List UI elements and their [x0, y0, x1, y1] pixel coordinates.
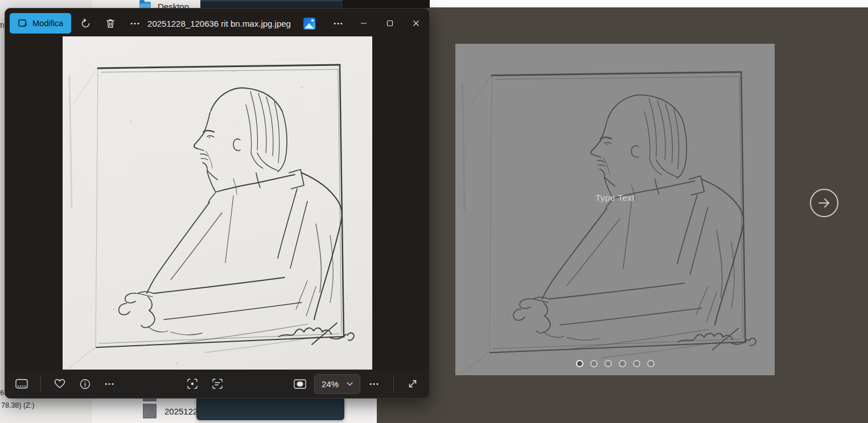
ellipsis-icon: ••• [369, 380, 380, 387]
bottom-toolbar: ••• [5, 370, 429, 398]
ellipsis-icon: ••• [105, 380, 115, 387]
filmstrip-icon [15, 379, 28, 389]
fullscreen-button[interactable] [402, 374, 423, 394]
text-actions-button[interactable] [207, 374, 228, 394]
zoom-more-button[interactable]: ••• [364, 374, 385, 394]
filmstrip-button[interactable] [11, 374, 32, 394]
photo-viewer-canvas[interactable] [5, 36, 429, 370]
titlebar: Modifica [5, 9, 429, 38]
trash-icon [105, 18, 116, 29]
visual-search-icon [187, 378, 198, 389]
set-background-button[interactable] [289, 374, 311, 394]
clipped-text-fragment: m [0, 20, 5, 30]
arrow-right-icon [817, 196, 832, 210]
edit-button[interactable]: Modifica [10, 13, 71, 34]
carousel-dot-6[interactable] [647, 360, 655, 367]
file-thumbnail-icon [143, 404, 157, 418]
edit-image-icon [18, 18, 28, 28]
maximize-button[interactable] [377, 9, 403, 38]
text-extract-icon [212, 378, 223, 389]
carousel-dot-4[interactable] [619, 360, 626, 367]
close-icon [413, 20, 419, 27]
window-title-filename: 20251228_120636 rit bn.max.jpg.jpeg [147, 19, 291, 28]
image-fill-icon [294, 379, 306, 389]
info-button[interactable] [74, 374, 96, 394]
carousel-dot-2[interactable] [590, 360, 598, 367]
type-text-placeholder[interactable]: Type Text [455, 193, 775, 203]
screen: Desktop m 6: 78.38) (Z:) 2025122 Type Te… [0, 0, 868, 423]
see-more-button[interactable]: ••• [328, 13, 349, 34]
favorite-button[interactable] [49, 374, 71, 394]
edit-button-label: Modifica [32, 19, 63, 28]
file-name: 2025122 [164, 407, 198, 416]
photo-scanned-sketch [63, 36, 372, 370]
zoom-level-value: 24% [322, 379, 339, 389]
ellipsis-icon: ••• [130, 20, 141, 27]
next-arrow-button[interactable] [810, 189, 838, 217]
heart-icon [54, 379, 65, 389]
more-options-button[interactable]: ••• [125, 13, 146, 34]
maximize-icon [386, 20, 393, 27]
ellipsis-icon: ••• [334, 20, 344, 27]
info-icon [80, 379, 90, 389]
photos-app-icon [303, 18, 315, 30]
carousel-dots [455, 360, 775, 367]
rotate-button[interactable] [75, 13, 96, 34]
drive-label-fragment: 78.38) (Z:) [1, 401, 34, 409]
carousel-dot-1[interactable] [576, 360, 583, 367]
top-dark-strip [343, 0, 434, 8]
background-photo-canvas[interactable]: Type Text [455, 44, 775, 375]
minimize-icon [360, 20, 367, 27]
toolbar-divider [393, 376, 394, 391]
explorer-selection-highlight [196, 396, 344, 420]
sketch-portrait [63, 36, 372, 370]
zoom-level-dropdown[interactable]: 24% [314, 374, 360, 394]
more-tools-button[interactable]: ••• [99, 374, 121, 394]
fullscreen-expand-icon [408, 379, 418, 389]
background-window-top-strip [430, 0, 868, 7]
carousel-dot-3[interactable] [604, 360, 612, 367]
sketch-portrait [455, 44, 775, 375]
chevron-down-icon [347, 382, 353, 386]
close-button[interactable] [403, 9, 429, 38]
file-row[interactable]: 2025122 [143, 404, 198, 418]
explorer-selected-strip [200, 0, 343, 8]
delete-button[interactable] [100, 13, 121, 34]
toolbar-divider [40, 376, 41, 391]
background-viewer-panel: Type Text [430, 7, 868, 423]
carousel-dot-5[interactable] [633, 360, 640, 367]
photos-app-window: Modifica [5, 8, 430, 399]
visual-search-button[interactable] [182, 374, 203, 394]
minimize-button[interactable] [351, 9, 377, 38]
rotate-icon [80, 18, 91, 29]
